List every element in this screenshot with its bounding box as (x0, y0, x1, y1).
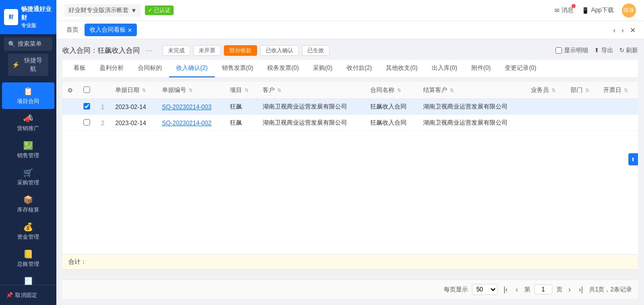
next-page-button[interactable]: › (567, 284, 573, 294)
main-area: 好业财专业版演示帐套 ▼ ✓ 已认证 ✉ 消息 📱 App下载 珠珠 (56, 0, 644, 305)
check-icon: ✓ (148, 7, 152, 14)
row1-dept (566, 99, 598, 115)
app-logo: 财 畅捷通好业财 专业版 (0, 0, 56, 34)
export-button[interactable]: ⬆ 导出 (594, 46, 613, 55)
tab-standard[interactable]: 合同标的 (131, 60, 169, 77)
row2-number[interactable]: SQ-20230214-002 (157, 115, 225, 131)
salesperson-column: 业务员 ⇅ (526, 82, 566, 99)
row2-dept (566, 115, 598, 131)
prev-page-button[interactable]: ‹ (514, 284, 520, 294)
customer-sort-icon[interactable]: ⇅ (277, 87, 281, 93)
first-page-button[interactable]: |‹ (502, 284, 510, 294)
number-sort-icon[interactable]: ⇅ (189, 87, 193, 93)
sidebar-bottom: 📌 取消固定 (0, 285, 56, 305)
row2-checkbox[interactable] (78, 115, 95, 131)
status-confirmed[interactable]: 已收入确认 (260, 45, 299, 56)
sidebar-item-projects[interactable]: 📋 项目合同 (2, 82, 54, 109)
page-size-select[interactable]: 20 50 100 200 (472, 284, 498, 295)
end-customer-column: 结算客户 ⇅ (418, 82, 526, 99)
sidebar-item-label: 总账管理 (17, 260, 39, 268)
company-selector[interactable]: 好业财专业版演示帐套 ▼ (64, 4, 141, 17)
date-sort-icon[interactable]: ⇅ (142, 87, 146, 93)
unpin-button[interactable]: 📌 取消固定 (4, 289, 52, 301)
contract-sort-icon[interactable]: ⇅ (397, 87, 401, 93)
refresh-button[interactable]: ↻ 刷新 (619, 46, 638, 55)
sidebar-item-marketing[interactable]: 📣 营销推广 (2, 110, 54, 136)
opendate-sort-icon[interactable]: ⇅ (624, 87, 628, 93)
page-input[interactable] (534, 284, 552, 294)
sidebar-item-sales[interactable]: 💹 销售管理 (2, 137, 54, 163)
chevron-down-icon: ▼ (131, 7, 137, 14)
sidebar-item-purchase[interactable]: 🛒 采购管理 (2, 164, 54, 190)
sidebar-item-invoice[interactable]: 🧾 发票管理 (2, 272, 54, 285)
sidebar-item-label: 采购管理 (17, 179, 39, 186)
project-sort-icon[interactable]: ⇅ (245, 87, 249, 93)
search-menu-button[interactable]: 🔍 搜索菜单 (4, 37, 52, 51)
endcust-sort-icon[interactable]: ⇅ (450, 87, 454, 93)
settings-icon[interactable]: ⚙ (67, 87, 73, 94)
show-detail-checkbox[interactable] (555, 47, 562, 54)
status-not-complete[interactable]: 未完成 (163, 45, 190, 56)
table-row[interactable]: 1 2023-02-14 SQ-20230214-003 狂飙 湖南卫视商业运营… (62, 99, 638, 115)
tab-dashboard[interactable]: 看板 (66, 60, 93, 77)
status-not-invoiced[interactable]: 未开票 (193, 45, 221, 56)
row1-checkbox[interactable] (78, 99, 95, 115)
row2-salesperson (526, 115, 566, 131)
table-row[interactable]: 2 2023-02-14 SQ-20230214-002 狂飙 湖南卫视商业运营… (62, 115, 638, 131)
row1-number[interactable]: SQ-20230214-003 (157, 99, 225, 115)
row1-customer: 湖南卫视商业运营发展有限公司 (258, 99, 365, 115)
user-menu[interactable]: 珠珠 (622, 4, 636, 18)
sidebar-item-funds[interactable]: 💰 资金管理 (2, 218, 54, 245)
tab-profit[interactable]: 盈利分析 (93, 60, 131, 77)
row2-settings (62, 115, 78, 131)
department-column: 部门 ⇅ (566, 82, 598, 99)
home-tab[interactable]: 首页 (62, 26, 83, 34)
salesperson-sort-icon[interactable]: ⇅ (551, 87, 555, 93)
close-all-tabs-button[interactable]: ✕ (628, 25, 638, 35)
page-label-post: 页 (556, 285, 562, 294)
refresh-icon: ↻ (619, 47, 624, 54)
status-tags: 未完成 未开票 部分收款 已收入确认 已生效 (163, 45, 330, 56)
row1-contract: 狂飙收入合同 (365, 99, 418, 115)
row2-contract: 狂飙收入合同 (365, 115, 418, 131)
dept-sort-icon[interactable]: ⇅ (585, 87, 589, 93)
prev-tab-button[interactable]: ‹ (611, 25, 618, 35)
topbar-right: ✉ 消息 📱 App下载 珠珠 (554, 4, 636, 18)
select-all-checkbox[interactable] (84, 86, 90, 93)
next-tab-button[interactable]: › (619, 25, 626, 35)
more-options-button[interactable]: ··· (146, 46, 152, 55)
checkbox-column (78, 82, 95, 99)
side-action-button[interactable]: ⬅ (628, 153, 638, 165)
status-partial-collect[interactable]: 部分收款 (224, 45, 257, 56)
status-effective[interactable]: 已生效 (302, 45, 330, 56)
horizontal-scrollbar[interactable] (62, 269, 638, 275)
table-wrapper[interactable]: ⚙ 单据日期 ⇅ 单据编号 (62, 82, 638, 254)
tab-attachments[interactable]: 附件(0) (464, 60, 498, 77)
quick-nav-button[interactable]: ⚡ 快捷导航 (8, 54, 48, 76)
sidebar: 财 畅捷通好业财 专业版 🔍 搜索菜单 ⚡ 快捷导航 📋 项目合同 📣 营销推广… (0, 0, 56, 305)
tab-confirm[interactable]: 收入确认(2) (169, 60, 215, 77)
notification-dot (572, 4, 576, 8)
tab-sales-invoice[interactable]: 销售发票(0) (215, 60, 261, 77)
company-name: 好业财专业版演示帐套 (68, 6, 129, 15)
notification-button[interactable]: ✉ 消息 (554, 6, 574, 15)
app-download-button[interactable]: 📱 App下载 (582, 6, 614, 15)
sidebar-menu: 📋 项目合同 📣 营销推广 💹 销售管理 🛒 采购管理 📦 库存核算 💰 资金管… (0, 82, 56, 285)
tab-close-button[interactable]: × (128, 26, 132, 34)
tab-tax-invoice[interactable]: 税务发票(0) (260, 60, 306, 77)
sidebar-item-accounting[interactable]: 📒 总账管理 (2, 245, 54, 272)
contract-header: 收入合同：狂飙收入合同 ··· 未完成 未开票 部分收款 已收入确认 已生效 显… (62, 45, 638, 56)
tab-other-income[interactable]: 其他收支(0) (379, 60, 425, 77)
sidebar-item-inventory[interactable]: 📦 库存核算 (2, 191, 54, 218)
active-tab[interactable]: 收入合同看板 × (85, 24, 137, 36)
last-page-button[interactable]: ›| (577, 284, 585, 294)
tab-outbound[interactable]: 出入库(0) (425, 60, 464, 77)
contract-toolbar-right: 显示明细 ⬆ 导出 ↻ 刷新 (555, 46, 638, 55)
app-name: 畅捷通好业财 (21, 5, 52, 22)
tab-payment[interactable]: 收付款(2) (340, 60, 379, 77)
settings-column: ⚙ (62, 82, 78, 99)
sidebar-search-area: 🔍 搜索菜单 (0, 34, 56, 54)
customer-column: 客户 ⇅ (258, 82, 365, 99)
tab-purchase[interactable]: 采购(0) (306, 60, 340, 77)
tab-change-log[interactable]: 变更记录(0) (498, 60, 543, 77)
